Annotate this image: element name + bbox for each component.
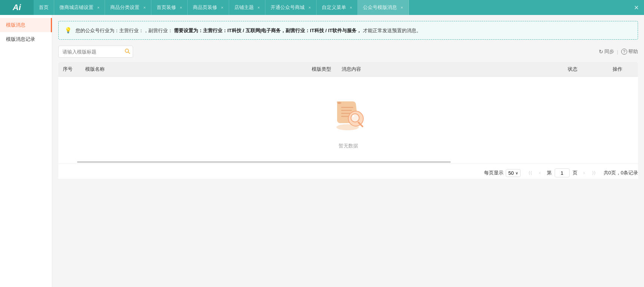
- page-input[interactable]: [555, 168, 570, 177]
- logo: Ai: [0, 0, 34, 15]
- help-label: 帮助: [628, 48, 638, 55]
- table-wrapper: 序号模版名称模版类型消息内容状态操作: [58, 62, 638, 179]
- sidebar-item-0[interactable]: 模版消息: [0, 18, 52, 32]
- nav-tabs: 首页微商城店铺设置×商品分类设置×首页装修×商品页装修×店铺主题×开通公众号商城…: [34, 0, 629, 15]
- nav-tab-label-7: 自定义菜单: [322, 4, 346, 11]
- svg-point-10: [352, 115, 354, 117]
- empty-illustration: [326, 92, 371, 137]
- nav-tab-label-3: 首页装修: [157, 4, 176, 11]
- nav-tab-label-2: 商品分类设置: [110, 4, 139, 11]
- empty-state: 暂无数据: [58, 77, 638, 161]
- nav-tab-label-0: 首页: [39, 4, 49, 11]
- nav-tab-6[interactable]: 开通公众号商城×: [265, 0, 316, 15]
- nav-tab-label-5: 店铺主题: [234, 4, 254, 11]
- page-navigation: ⟨⟨ ‹ 第 页 › ⟩⟩: [526, 168, 598, 177]
- data-table: 序号模版名称模版类型消息内容状态操作: [58, 62, 638, 161]
- page-current-wrap: 第 页: [545, 168, 579, 177]
- nav-tab-close-8[interactable]: ×: [401, 5, 403, 10]
- nav-tab-label-6: 开通公众号商城: [271, 4, 305, 11]
- nav-tab-close-1[interactable]: ×: [97, 5, 99, 10]
- next-page-button[interactable]: ›: [580, 168, 589, 177]
- nav-tab-close-5[interactable]: ×: [258, 5, 260, 10]
- page-label-post: 页: [573, 170, 577, 176]
- svg-point-8: [351, 114, 359, 122]
- pipe-divider: |: [617, 49, 618, 55]
- notice-highlight: 需要设置为：主营行业：IT科技 / 互联网|电子商务，副营行业：IT科技 / I…: [174, 28, 361, 33]
- sync-icon: ↻: [599, 49, 603, 55]
- table-header-action: 操作: [608, 62, 638, 77]
- table-header-content: 消息内容: [337, 62, 564, 77]
- sync-button[interactable]: ↻ 同步: [599, 48, 614, 55]
- search-bar: ↻ 同步 | ? 帮助: [58, 46, 638, 58]
- empty-row: 暂无数据: [58, 77, 638, 161]
- page-size-select[interactable]: 50 ∨: [506, 169, 520, 177]
- top-nav: Ai 首页微商城店铺设置×商品分类设置×首页装修×商品页装修×店铺主题×开通公众…: [0, 0, 644, 15]
- nav-tab-close-2[interactable]: ×: [143, 5, 145, 10]
- notice-box: 💡 您的公众号行业为：主营行业：，副营行业： 需要设置为：主营行业：IT科技 /…: [58, 21, 638, 40]
- table-header-type: 模版类型: [307, 62, 337, 77]
- nav-tab-label-8: 公众号模版消息: [363, 4, 397, 11]
- nav-tab-close-4[interactable]: ×: [221, 5, 223, 10]
- first-page-button[interactable]: ⟨⟨: [526, 168, 535, 177]
- help-button[interactable]: ? 帮助: [621, 48, 638, 55]
- nav-tab-label-1: 微商城店铺设置: [59, 4, 93, 11]
- nav-tab-3[interactable]: 首页装修×: [151, 0, 188, 15]
- nav-tab-0[interactable]: 首页: [34, 0, 54, 15]
- nav-tab-8[interactable]: 公众号模版消息×: [358, 0, 409, 15]
- search-input-wrap: [58, 46, 133, 58]
- page-size-label: 每页显示: [484, 170, 503, 176]
- search-button[interactable]: [124, 48, 130, 55]
- empty-text: 暂无数据: [339, 143, 358, 149]
- last-page-button[interactable]: ⟩⟩: [589, 168, 598, 177]
- search-input[interactable]: [58, 46, 133, 58]
- content-area: 💡 您的公众号行业为：主营行业：，副营行业： 需要设置为：主营行业：IT科技 /…: [52, 15, 644, 287]
- sidebar: 模版消息模版消息记录: [0, 15, 52, 287]
- notice-prefix: 您的公众号行业为：主营行业：，副营行业：: [76, 28, 173, 33]
- nav-tab-7[interactable]: 自定义菜单×: [317, 0, 358, 15]
- table-header-status: 状态: [563, 62, 608, 77]
- prev-page-button[interactable]: ‹: [536, 168, 545, 177]
- main-layout: 模版消息模版消息记录 💡 您的公众号行业为：主营行业：，副营行业： 需要设置为：…: [0, 15, 644, 287]
- nav-tab-label-4: 商品页装修: [193, 4, 217, 11]
- table-header-index: 序号: [58, 62, 81, 77]
- scrollbar-thumb[interactable]: [77, 161, 451, 163]
- table-header-name: 模版名称: [81, 62, 307, 77]
- notice-suffix: 才能正常发送预置的消息。: [363, 28, 421, 33]
- page-label-pre: 第: [547, 170, 552, 176]
- sync-label: 同步: [604, 48, 614, 55]
- page-total: 共0页，0条记录: [604, 170, 638, 176]
- svg-line-1: [128, 52, 130, 54]
- nav-tab-1[interactable]: 微商城店铺设置×: [54, 0, 105, 15]
- notice-icon: 💡: [65, 27, 72, 33]
- page-size-chevron: ∨: [515, 171, 518, 175]
- close-all-button[interactable]: ✕: [629, 0, 644, 15]
- table-body: 暂无数据: [58, 77, 638, 161]
- nav-tab-4[interactable]: 商品页装修×: [188, 0, 229, 15]
- nav-tab-close-7[interactable]: ×: [350, 5, 352, 10]
- help-icon: ?: [621, 49, 627, 55]
- nav-tab-close-3[interactable]: ×: [180, 5, 182, 10]
- pagination: 每页显示 50 ∨ ⟨⟨ ‹ 第 页 › ⟩⟩ 共0页，0条记录: [58, 164, 638, 179]
- horizontal-scrollbar[interactable]: [58, 161, 638, 164]
- page-size-value: 50: [508, 170, 514, 176]
- nav-tab-5[interactable]: 店铺主题×: [229, 0, 265, 15]
- nav-tab-2[interactable]: 商品分类设置×: [105, 0, 151, 15]
- table-header-row: 序号模版名称模版类型消息内容状态操作: [58, 62, 638, 77]
- sync-help: ↻ 同步 | ? 帮助: [599, 48, 638, 55]
- sidebar-item-1[interactable]: 模版消息记录: [0, 32, 52, 46]
- nav-tab-close-6[interactable]: ×: [308, 5, 311, 10]
